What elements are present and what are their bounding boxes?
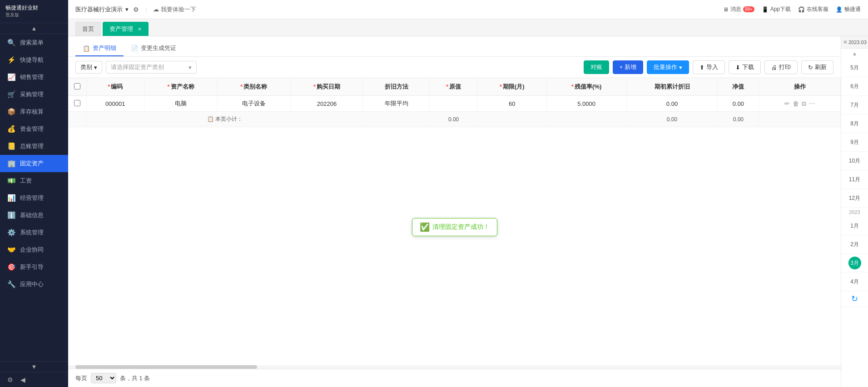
date-item-5[interactable]: 5月	[841, 59, 868, 77]
more-icon[interactable]: ⋯	[809, 100, 815, 108]
toast-check-icon: ✅	[420, 222, 430, 232]
refresh-button[interactable]: ↻ 刷新	[801, 60, 833, 74]
cell-category: 电子设备	[217, 96, 290, 112]
sidebar-item-工资[interactable]: 💵工资	[0, 172, 68, 189]
cell-period: 60	[478, 96, 547, 112]
tab-close-icon[interactable]: ✕	[138, 26, 142, 32]
menu-icon-3: 🛒	[7, 90, 15, 99]
toast-message: 清理固定资产成功！	[432, 223, 490, 231]
tabs-bar: 首页 资产管理 ✕	[68, 19, 868, 36]
total-label: 条，共 1 条	[120, 374, 150, 382]
message-label: 消息	[730, 5, 741, 13]
sidebar-item-基础信息[interactable]: ℹ️基础信息	[0, 207, 68, 224]
right-panel-close-icon[interactable]: ✕	[843, 39, 848, 45]
category-select-input[interactable]: 请选择固定资产类别 ▾	[106, 61, 197, 74]
sidebar-item-搜索菜单[interactable]: 🔍搜索菜单	[0, 34, 68, 51]
right-panel: ✕ 2023.03 ⤢ ▲ 5月 6月 7月 8月 9月 10月 11月 12月…	[841, 36, 868, 387]
new-button[interactable]: + 新增	[613, 60, 643, 74]
date-item-8[interactable]: 8月	[841, 114, 868, 133]
download-button[interactable]: ⬇ 下载	[729, 60, 761, 74]
sidebar-scroll-down[interactable]: ▼	[30, 363, 38, 370]
row-checkbox[interactable]	[74, 100, 80, 106]
message-badge: 99+	[743, 6, 754, 12]
sidebar-item-新手引导[interactable]: 🎯新手引导	[0, 258, 68, 276]
date-item-4[interactable]: 4月	[841, 273, 868, 291]
date-item-10[interactable]: 10月	[841, 152, 868, 170]
username: 畅捷通	[844, 5, 861, 13]
tab-assets[interactable]: 资产管理 ✕	[103, 22, 149, 36]
menu-icon-4: 📦	[7, 108, 15, 116]
user-area[interactable]: 👤 畅捷通	[836, 5, 861, 13]
assets-table: *编码 *资产名称 *类别名称 *购买日期 折旧方法 *原值 *期限(月) *残…	[68, 78, 841, 127]
experience-button[interactable]: ☁ 我要体验一下	[153, 5, 196, 14]
menu-icon-8: 💵	[7, 177, 15, 185]
menu-label-0: 搜索菜单	[20, 39, 44, 47]
menu-label-6: 总账管理	[20, 142, 44, 150]
date-item-9[interactable]: 9月	[841, 133, 868, 152]
sidebar-item-系统管理[interactable]: ⚙️系统管理	[0, 224, 68, 241]
settings-icon[interactable]: ⚙	[7, 376, 13, 383]
copy-icon[interactable]: ⧉	[802, 100, 806, 108]
date-item-1[interactable]: 1月	[841, 217, 868, 235]
sidebar-item-总账管理[interactable]: 📒总账管理	[0, 138, 68, 155]
menu-icon-7: 🏢	[7, 159, 15, 168]
per-page-select[interactable]: 50 100 200	[91, 373, 116, 383]
app-logo: 畅捷通好业财	[5, 5, 38, 12]
sidebar-item-经营管理[interactable]: 📊经营管理	[0, 189, 68, 207]
tab-home[interactable]: 首页	[75, 22, 101, 36]
print-button[interactable]: 🖨 打印	[764, 60, 798, 74]
online-service-label: 在线客服	[807, 5, 828, 13]
delete-icon[interactable]: 🗑	[793, 100, 799, 108]
refresh-icon: ↻	[808, 64, 813, 71]
user-avatar-icon: 👤	[836, 6, 843, 13]
sidebar-item-企业协同[interactable]: 🤝企业协同	[0, 241, 68, 258]
menu-icon-9: 📊	[7, 194, 15, 202]
edit-icon[interactable]: ✏	[784, 100, 790, 108]
date-refresh[interactable]: ↻	[841, 291, 868, 307]
sidebar-item-资金管理[interactable]: 💰资金管理	[0, 120, 68, 138]
sidebar-item-应用中心[interactable]: 🔧应用中心	[0, 276, 68, 293]
batch-dropdown-icon: ▾	[679, 64, 682, 71]
sidebar-scroll-up[interactable]: ▲	[30, 25, 38, 32]
sub-tab-voucher[interactable]: 📄 变更生成凭证	[124, 41, 184, 56]
reconcile-button[interactable]: 对账	[584, 60, 609, 74]
app-download-button[interactable]: 📱 App下载	[762, 5, 791, 13]
date-item-11[interactable]: 11月	[841, 170, 868, 189]
sidebar-item-快捷导航[interactable]: ⚡快捷导航	[0, 51, 68, 69]
sidebar-item-固定资产[interactable]: 🏢固定资产	[0, 155, 68, 172]
date-item-2[interactable]: 2月	[841, 235, 868, 254]
sidebar-item-库存核算[interactable]: 📦库存核算	[0, 103, 68, 120]
menu-label-1: 快捷导航	[20, 56, 44, 64]
sub-tab-assets-detail[interactable]: 📋 资产明细	[75, 41, 124, 56]
content-main: 📋 资产明细 📄 变更生成凭证 类别 ▾ 请选择固定资产类别 ▾	[68, 36, 841, 387]
online-service-button[interactable]: 🎧 在线客服	[798, 5, 828, 13]
company-settings-icon[interactable]: ⚙	[133, 6, 139, 13]
message-button[interactable]: 🖥 消息 99+	[723, 5, 754, 13]
import-button[interactable]: ⬆ 导入	[693, 60, 725, 74]
cell-net-value: 0.00	[718, 96, 759, 112]
sidebar-item-采购管理[interactable]: 🛒采购管理	[0, 86, 68, 103]
cell-actions: ✏ 🗑 ⧉ ⋯	[759, 96, 841, 112]
header-category: *类别名称	[217, 78, 290, 96]
row-actions: ✏ 🗑 ⧉ ⋯	[763, 100, 837, 108]
header-actions: 操作	[759, 78, 841, 96]
assets-detail-icon: 📋	[83, 45, 90, 52]
date-scroll-up[interactable]: ▲	[850, 49, 859, 59]
date-item-7[interactable]: 7月	[841, 96, 868, 114]
company-selector[interactable]: 医疗器械行业演示 ▾	[75, 5, 129, 14]
batch-button[interactable]: 批量操作 ▾	[647, 60, 689, 74]
sub-tab-voucher-label: 变更生成凭证	[141, 44, 176, 52]
main-toolbar: 类别 ▾ 请选择固定资产类别 ▾ 对账 + 新增 批量操作 ▾	[68, 57, 841, 78]
horizontal-scrollbar[interactable]	[68, 365, 841, 369]
collapse-icon[interactable]: ◀	[20, 376, 25, 383]
date-item-6[interactable]: 6月	[841, 77, 868, 96]
scroll-thumb[interactable]	[75, 365, 257, 369]
date-item-12[interactable]: 12月	[841, 189, 868, 208]
category-filter[interactable]: 类别 ▾	[75, 61, 102, 74]
sidebar-item-销售管理[interactable]: 📈销售管理	[0, 69, 68, 86]
menu-icon-0: 🔍	[7, 39, 15, 47]
download-icon: ⬇	[735, 64, 740, 71]
date-item-3-active[interactable]: 3月	[841, 254, 868, 273]
sidebar-bottom: ⚙ ◀	[0, 372, 68, 387]
select-all-checkbox[interactable]	[74, 83, 80, 89]
